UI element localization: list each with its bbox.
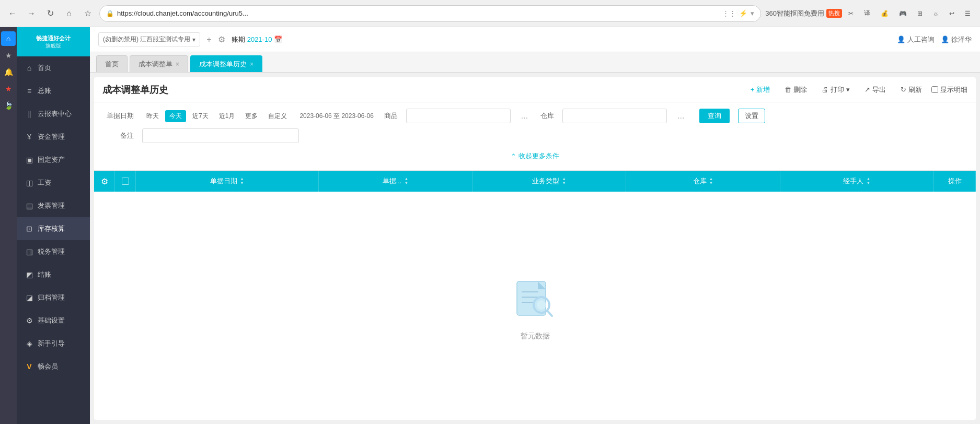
grid-icon[interactable]: ⊞: [913, 8, 927, 19]
sidebar-label-payroll: 工资: [38, 178, 51, 187]
strip-star[interactable]: ★: [1, 48, 16, 63]
show-cols-checkbox[interactable]: [931, 86, 938, 93]
goods-selector[interactable]: [406, 109, 511, 123]
vip-icon: V: [25, 362, 33, 371]
select-all-checkbox[interactable]: [122, 178, 129, 185]
ssl-icon: 🔒: [106, 10, 114, 17]
date-range-display: 2023-06-06 至 2023-06-06: [299, 112, 373, 121]
sidebar-item-archive[interactable]: ◪ 归档管理: [17, 286, 90, 309]
th-handler[interactable]: 经手人 ▲ ▼: [780, 171, 934, 192]
th-warehouse-label: 仓库: [693, 176, 707, 186]
warehouse-sort-icon[interactable]: ▲ ▼: [709, 177, 713, 185]
page-header: 成本调整单历史 + 新增 🗑 删除 🖨 打印 ▾ ↗ 导出: [94, 77, 976, 102]
export-icon: ↗: [864, 86, 870, 93]
home-icon: ⌂: [25, 64, 33, 72]
strip-red-star[interactable]: ★: [1, 81, 16, 96]
forward-button[interactable]: →: [24, 6, 39, 21]
calendar-icon[interactable]: 📅: [274, 36, 282, 43]
sidebar-item-basic[interactable]: ⚙ 基础设置: [17, 309, 90, 332]
billno-sort-icon[interactable]: ▲ ▼: [404, 177, 408, 185]
cut-icon[interactable]: ✂: [844, 8, 858, 19]
th-date[interactable]: 单据日期 ▲ ▼: [136, 171, 319, 192]
warehouse-selector[interactable]: [562, 109, 667, 123]
sidebar-item-vip[interactable]: V 畅会员: [17, 355, 90, 378]
home-button[interactable]: ⌂: [62, 6, 76, 21]
sidebar-label-archive: 归档管理: [38, 293, 65, 302]
date-shortcuts: 昨天 今天 近7天 近1月 更多 自定义: [142, 110, 291, 122]
bookmark-button[interactable]: ☆: [80, 6, 95, 21]
company-selector[interactable]: (勿删勿禁用) 江西服宝测试专用 ▾: [98, 32, 200, 46]
shortcut-7days[interactable]: 近7天: [188, 110, 213, 122]
strip-bell[interactable]: 🔔: [1, 65, 16, 79]
dropdown-arrow[interactable]: ▾: [751, 9, 754, 17]
th-checkbox[interactable]: [115, 171, 136, 192]
shortcut-more[interactable]: 更多: [241, 110, 262, 122]
sidebar-nav: ⌂ 首页 ≡ 总账 ∥ 云报表中心 ¥ 资金管理 ▣ 固定资产 ◫ 工资: [17, 56, 90, 424]
strip-leaf[interactable]: 🍃: [1, 98, 16, 113]
shortcut-custom[interactable]: 自定义: [264, 110, 291, 122]
menu-icon[interactable]: ☰: [961, 8, 975, 19]
warehouse-ellipsis[interactable]: ...: [675, 111, 686, 121]
coin-icon[interactable]: 💰: [877, 8, 893, 19]
game-icon[interactable]: 🎮: [895, 8, 911, 19]
gear-icon: ⚙: [101, 176, 108, 186]
tab-cost-adjust[interactable]: 成本调整单 ×: [130, 55, 188, 72]
sidebar-item-home[interactable]: ⌂ 首页: [17, 56, 90, 79]
sidebar-item-funds[interactable]: ¥ 资金管理: [17, 125, 90, 148]
sidebar-item-tax[interactable]: ▥ 税务管理: [17, 240, 90, 263]
settings-filter-button[interactable]: 设置: [738, 109, 765, 123]
sidebar-item-ledger[interactable]: ≡ 总账: [17, 79, 90, 102]
warehouse-filter-label: 仓库: [538, 111, 554, 121]
add-button[interactable]: + 新增: [745, 82, 775, 98]
handler-sort-icon[interactable]: ▲ ▼: [866, 177, 870, 185]
undo-icon[interactable]: ↩: [945, 8, 959, 19]
tab-cost-adjust-history[interactable]: 成本调整单历史 ×: [190, 55, 262, 72]
sidebar-label-reports: 云报表中心: [38, 109, 72, 119]
sidebar-item-invoice[interactable]: ▤ 发票管理: [17, 194, 90, 217]
period-info: 账期 2021-10 📅: [232, 35, 283, 44]
sidebar-label-vip: 畅会员: [38, 362, 58, 371]
user-info[interactable]: 👤 徐泽华: [941, 35, 972, 44]
address-bar[interactable]: 🔒 https://cloud.chanjet.com/accounting/u…: [99, 5, 761, 22]
empty-state: 暂元数据: [94, 192, 976, 420]
delete-button[interactable]: 🗑 删除: [779, 82, 812, 98]
support-button[interactable]: 👤 人工咨询: [897, 35, 935, 44]
shortcut-yesterday[interactable]: 昨天: [142, 110, 163, 122]
refresh-button[interactable]: ↻ 刷新: [895, 82, 927, 98]
payroll-icon: ◫: [25, 179, 33, 187]
shortcut-today[interactable]: 今天: [165, 110, 186, 122]
print-button[interactable]: 🖨 打印 ▾: [816, 82, 855, 98]
collapse-more-btn[interactable]: ⌃ 收起更多条件: [102, 148, 967, 164]
reload-button[interactable]: ↻: [43, 6, 57, 21]
translate-icon[interactable]: 译: [860, 7, 874, 20]
strip-home[interactable]: ⌂: [1, 31, 16, 46]
th-biztype[interactable]: 业务类型 ▲ ▼: [472, 171, 626, 192]
query-button[interactable]: 查询: [699, 109, 730, 123]
funds-icon: ¥: [25, 133, 33, 141]
date-sort-icon[interactable]: ▲ ▼: [240, 177, 244, 185]
sidebar-item-fixed-assets[interactable]: ▣ 固定资产: [17, 148, 90, 171]
add-tab-button[interactable]: +: [206, 35, 211, 44]
shortcut-1month[interactable]: 近1月: [215, 110, 239, 122]
th-billno[interactable]: 单据... ▲ ▼: [319, 171, 472, 192]
th-settings[interactable]: ⚙: [94, 171, 115, 192]
settings-topbar-button[interactable]: ⚙: [218, 34, 225, 44]
export-button[interactable]: ↗ 导出: [859, 82, 891, 98]
sidebar-item-close[interactable]: ◩ 结账: [17, 263, 90, 286]
tab-cost-adjust-close[interactable]: ×: [176, 61, 179, 68]
back-button[interactable]: ←: [5, 6, 20, 21]
goods-ellipsis[interactable]: ...: [519, 111, 530, 121]
sidebar-item-inventory[interactable]: ⊡ 库存核算: [17, 217, 90, 240]
remark-input[interactable]: [142, 128, 299, 143]
th-warehouse[interactable]: 仓库 ▲ ▼: [626, 171, 780, 192]
tab-history-close[interactable]: ×: [250, 61, 253, 68]
sidebar-item-reports[interactable]: ∥ 云报表中心: [17, 102, 90, 125]
sidebar-item-guide[interactable]: ◈ 新手引导: [17, 332, 90, 355]
sun-icon[interactable]: ☼: [929, 8, 943, 19]
biztype-sort-icon[interactable]: ▲ ▼: [562, 177, 566, 185]
show-cols-toggle[interactable]: 显示明细: [931, 85, 967, 95]
sidebar-item-payroll[interactable]: ◫ 工资: [17, 171, 90, 194]
sidebar: 畅捷通好会计 旗舰版 ⌂ 首页 ≡ 总账 ∥ 云报表中心 ¥ 资金管理: [17, 27, 90, 424]
search-text: 360智能抠图免费用: [765, 9, 824, 18]
tab-home[interactable]: 首页: [96, 55, 128, 72]
